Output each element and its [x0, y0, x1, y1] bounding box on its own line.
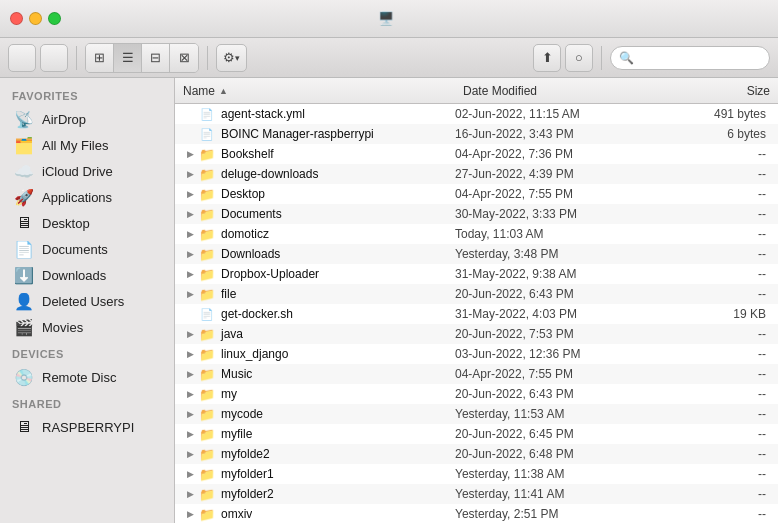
- column-header-name[interactable]: Name▲: [175, 78, 455, 103]
- file-name: myfolder2: [217, 487, 274, 501]
- file-date: 04-Apr-2022, 7:36 PM: [455, 147, 635, 161]
- file-row[interactable]: ▶📁Bookshelf04-Apr-2022, 7:36 PM--: [175, 144, 778, 164]
- column-header-date[interactable]: Date Modified: [455, 78, 635, 103]
- folder-icon: 📁: [199, 466, 215, 482]
- file-row[interactable]: 📄agent-stack.yml02-Jun-2022, 11:15 AM491…: [175, 104, 778, 124]
- file-row[interactable]: ▶📁Documents30-May-2022, 3:33 PM--: [175, 204, 778, 224]
- file-row[interactable]: ▶📁deluge-downloads27-Jun-2022, 4:39 PM--: [175, 164, 778, 184]
- expand-arrow[interactable]: ▶: [183, 367, 197, 381]
- file-row[interactable]: ▶📁file20-Jun-2022, 6:43 PM--: [175, 284, 778, 304]
- file-date: 04-Apr-2022, 7:55 PM: [455, 367, 635, 381]
- search-icon: 🔍: [619, 51, 634, 65]
- folder-icon: 📁: [199, 286, 215, 302]
- file-pane: Name▲Date ModifiedSize 📄agent-stack.yml0…: [175, 78, 778, 523]
- file-row[interactable]: ▶📁Desktop04-Apr-2022, 7:55 PM--: [175, 184, 778, 204]
- file-row[interactable]: ▶📁myfolder1Yesterday, 11:38 AM--: [175, 464, 778, 484]
- expand-arrow[interactable]: ▶: [183, 247, 197, 261]
- share-icon: ⬆: [542, 50, 553, 65]
- expand-arrow[interactable]: ▶: [183, 447, 197, 461]
- file-size: --: [635, 247, 778, 261]
- file-date: Yesterday, 11:41 AM: [455, 487, 635, 501]
- file-row[interactable]: ▶📁Dropbox-Uploader31-May-2022, 9:38 AM--: [175, 264, 778, 284]
- file-row[interactable]: ▶📁Music04-Apr-2022, 7:55 PM--: [175, 364, 778, 384]
- file-row[interactable]: ▶📁myfile20-Jun-2022, 6:45 PM--: [175, 424, 778, 444]
- expand-arrow[interactable]: ▶: [183, 467, 197, 481]
- minimize-button[interactable]: [29, 12, 42, 25]
- sidebar-item-icloud-drive[interactable]: ☁️iCloud Drive: [4, 158, 170, 184]
- sidebar-section-header-favorites: Favorites: [0, 82, 174, 106]
- sidebar: Favorites📡AirDrop🗂️All My Files☁️iCloud …: [0, 78, 175, 523]
- file-row[interactable]: ▶📁my20-Jun-2022, 6:43 PM--: [175, 384, 778, 404]
- expand-arrow[interactable]: ▶: [183, 287, 197, 301]
- column-view-button[interactable]: ⊟: [142, 44, 170, 72]
- file-row[interactable]: ▶📁DownloadsYesterday, 3:48 PM--: [175, 244, 778, 264]
- file-date: 27-Jun-2022, 4:39 PM: [455, 167, 635, 181]
- file-name: get-docker.sh: [217, 307, 293, 321]
- file-icon: 📄: [199, 126, 215, 142]
- file-row[interactable]: ▶📁domoticzToday, 11:03 AM--: [175, 224, 778, 244]
- file-row[interactable]: ▶📁java20-Jun-2022, 7:53 PM--: [175, 324, 778, 344]
- expand-arrow[interactable]: ▶: [183, 387, 197, 401]
- sidebar-item-applications[interactable]: 🚀Applications: [4, 184, 170, 210]
- sidebar-item-desktop[interactable]: 🖥Desktop: [4, 210, 170, 236]
- sidebar-item-remote-disc[interactable]: 💿Remote Disc: [4, 364, 170, 390]
- file-size: --: [635, 367, 778, 381]
- file-date: 31-May-2022, 9:38 AM: [455, 267, 635, 281]
- window-controls: [10, 12, 61, 25]
- folder-icon: 📁: [199, 426, 215, 442]
- expand-arrow[interactable]: ▶: [183, 427, 197, 441]
- expand-arrow[interactable]: ▶: [183, 207, 197, 221]
- file-row[interactable]: 📄BOINC Manager-raspberrypi16-Jun-2022, 3…: [175, 124, 778, 144]
- tag-button[interactable]: ○: [565, 44, 593, 72]
- expand-arrow[interactable]: ▶: [183, 227, 197, 241]
- sidebar-item-documents[interactable]: 📄Documents: [4, 236, 170, 262]
- list-view-button[interactable]: ☰: [114, 44, 142, 72]
- file-name: Desktop: [217, 187, 265, 201]
- file-row[interactable]: ▶📁linux_django03-Jun-2022, 12:36 PM--: [175, 344, 778, 364]
- expand-arrow[interactable]: ▶: [183, 487, 197, 501]
- file-date: 03-Jun-2022, 12:36 PM: [455, 347, 635, 361]
- file-row[interactable]: 📄get-docker.sh31-May-2022, 4:03 PM19 KB: [175, 304, 778, 324]
- file-name: mycode: [217, 407, 263, 421]
- file-name: Music: [217, 367, 252, 381]
- file-row[interactable]: ▶📁myfolde220-Jun-2022, 6:48 PM--: [175, 444, 778, 464]
- file-size: --: [635, 327, 778, 341]
- gallery-view-button[interactable]: ⊠: [170, 44, 198, 72]
- folder-icon: 📁: [199, 166, 215, 182]
- expand-arrow[interactable]: ▶: [183, 327, 197, 341]
- expand-arrow[interactable]: [183, 127, 197, 141]
- file-size: --: [635, 467, 778, 481]
- expand-arrow[interactable]: ▶: [183, 507, 197, 521]
- expand-arrow[interactable]: ▶: [183, 187, 197, 201]
- sidebar-item-all-my-files[interactable]: 🗂️All My Files: [4, 132, 170, 158]
- maximize-button[interactable]: [48, 12, 61, 25]
- expand-arrow[interactable]: ▶: [183, 267, 197, 281]
- expand-arrow[interactable]: ▶: [183, 167, 197, 181]
- back-button[interactable]: [8, 44, 36, 72]
- action-button[interactable]: ⚙ ▾: [216, 44, 247, 72]
- sidebar-item-deleted-users[interactable]: 👤Deleted Users: [4, 288, 170, 314]
- sidebar-item-airdrop[interactable]: 📡AirDrop: [4, 106, 170, 132]
- column-header-size[interactable]: Size: [635, 78, 778, 103]
- search-box[interactable]: 🔍: [610, 46, 770, 70]
- sidebar-item-downloads[interactable]: ⬇️Downloads: [4, 262, 170, 288]
- sidebar-item-raspberrypi[interactable]: 🖥RASPBERRYPI: [4, 414, 170, 440]
- sidebar-icon-icloud-drive: ☁️: [14, 161, 34, 181]
- expand-arrow[interactable]: [183, 107, 197, 121]
- close-button[interactable]: [10, 12, 23, 25]
- expand-arrow[interactable]: ▶: [183, 347, 197, 361]
- share-button[interactable]: ⬆: [533, 44, 561, 72]
- icon-view-button[interactable]: ⊞: [86, 44, 114, 72]
- file-row[interactable]: ▶📁omxivYesterday, 2:51 PM--: [175, 504, 778, 523]
- file-row[interactable]: ▶📁myfolder2Yesterday, 11:41 AM--: [175, 484, 778, 504]
- forward-button[interactable]: [40, 44, 68, 72]
- expand-arrow[interactable]: [183, 307, 197, 321]
- file-row[interactable]: ▶📁mycodeYesterday, 11:53 AM--: [175, 404, 778, 424]
- sidebar-item-movies[interactable]: 🎬Movies: [4, 314, 170, 340]
- expand-arrow[interactable]: ▶: [183, 147, 197, 161]
- sidebar-section-header-devices: Devices: [0, 340, 174, 364]
- sidebar-label-raspberrypi: RASPBERRYPI: [42, 420, 134, 435]
- expand-arrow[interactable]: ▶: [183, 407, 197, 421]
- sidebar-icon-deleted-users: 👤: [14, 291, 34, 311]
- file-date: 04-Apr-2022, 7:55 PM: [455, 187, 635, 201]
